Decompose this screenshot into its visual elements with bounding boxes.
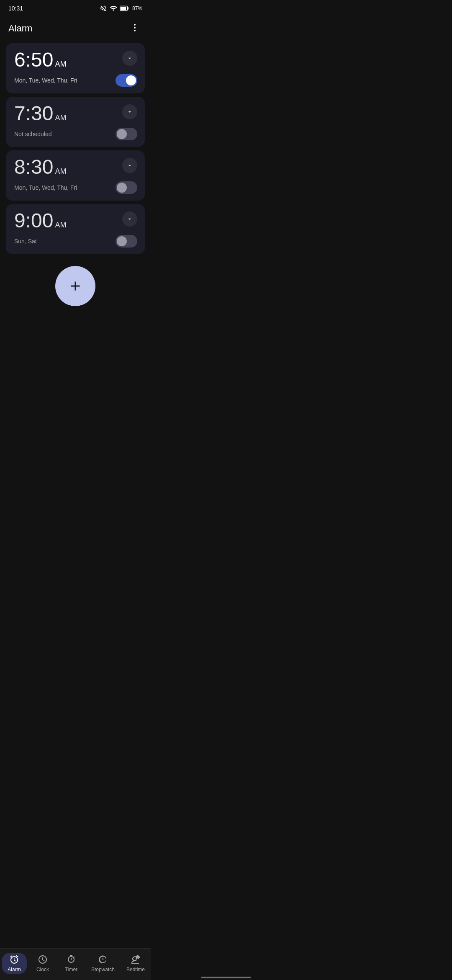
alarm-card-header-4: 9:00 AM <box>14 211 137 231</box>
svg-point-5 <box>134 30 136 31</box>
battery-icon <box>120 5 129 11</box>
alarm-expand-btn-2[interactable] <box>122 104 137 119</box>
alarm-toggle-track-4 <box>116 235 137 248</box>
alarm-time-value-2: 7:30 <box>14 103 53 124</box>
alarm-time-2: 7:30 AM <box>14 103 66 124</box>
alarm-days-4: Sun, Sat <box>14 238 37 245</box>
alarm-card-4: 9:00 AM Sun, Sat <box>6 204 145 254</box>
mute-icon <box>100 5 107 12</box>
alarm-footer-2: Not scheduled <box>14 128 137 140</box>
svg-point-3 <box>134 24 136 26</box>
alarm-time-3: 8:30 AM <box>14 157 66 177</box>
add-icon <box>68 279 83 294</box>
alarm-ampm-1: AM <box>55 60 66 69</box>
alarm-toggle-thumb-1 <box>126 75 136 85</box>
alarm-days-1: Mon, Tue, Wed, Thu, Fri <box>14 77 77 84</box>
app-title: Alarm <box>8 23 32 34</box>
alarm-toggle-track-3 <box>116 181 137 194</box>
svg-rect-1 <box>128 7 128 10</box>
status-time: 10:31 <box>8 5 23 12</box>
alarm-time-value-1: 6:50 <box>14 50 53 70</box>
alarm-days-3: Mon, Tue, Wed, Thu, Fri <box>14 184 77 191</box>
status-bar: 10:31 87% <box>0 0 151 15</box>
alarm-toggle-thumb-4 <box>117 236 127 246</box>
alarm-card-2: 7:30 AM Not scheduled <box>6 97 145 147</box>
chevron-down-icon-1 <box>126 55 133 62</box>
alarm-ampm-4: AM <box>55 221 66 230</box>
alarm-toggle-1[interactable] <box>116 74 137 87</box>
alarm-time-4: 9:00 AM <box>14 211 66 231</box>
alarm-ampm-2: AM <box>55 113 66 122</box>
svg-rect-2 <box>120 7 126 10</box>
alarm-toggle-track-2 <box>116 128 137 140</box>
alarm-expand-btn-1[interactable] <box>122 51 137 66</box>
more-vert-icon <box>130 23 140 33</box>
chevron-down-icon-3 <box>126 162 133 169</box>
alarm-footer-3: Mon, Tue, Wed, Thu, Fri <box>14 181 137 194</box>
alarm-toggle-4[interactable] <box>116 235 137 248</box>
alarm-card-header-3: 8:30 AM <box>14 157 137 177</box>
wifi-icon <box>110 5 117 12</box>
alarm-card-header-1: 6:50 AM <box>14 50 137 70</box>
alarm-toggle-thumb-2 <box>117 129 127 139</box>
alarm-expand-btn-3[interactable] <box>122 158 137 173</box>
alarm-time-1: 6:50 AM <box>14 50 66 70</box>
more-options-button[interactable] <box>127 20 142 36</box>
status-icons: 87% <box>100 5 142 12</box>
chevron-down-icon-4 <box>126 216 133 222</box>
alarm-card-1: 6:50 AM Mon, Tue, Wed, Thu, Fri <box>6 43 145 93</box>
alarm-footer-4: Sun, Sat <box>14 235 137 248</box>
alarm-toggle-2[interactable] <box>116 128 137 140</box>
alarm-footer-1: Mon, Tue, Wed, Thu, Fri <box>14 74 137 87</box>
chevron-down-icon-2 <box>126 108 133 115</box>
battery-percentage: 87% <box>132 5 142 11</box>
alarm-days-2: Not scheduled <box>14 131 52 137</box>
alarm-time-value-3: 8:30 <box>14 157 53 177</box>
svg-point-4 <box>134 27 136 28</box>
add-alarm-button[interactable] <box>55 266 95 306</box>
alarm-toggle-thumb-3 <box>117 183 127 193</box>
alarm-expand-btn-4[interactable] <box>122 211 137 227</box>
alarm-toggle-track-1 <box>116 74 137 87</box>
alarm-time-value-4: 9:00 <box>14 211 53 231</box>
alarm-card-3: 8:30 AM Mon, Tue, Wed, Thu, Fri <box>6 150 145 201</box>
fab-container <box>0 254 151 315</box>
main-content: 6:50 AM Mon, Tue, Wed, Thu, Fri <box>0 43 151 356</box>
alarm-ampm-3: AM <box>55 167 66 176</box>
alarm-card-header-2: 7:30 AM <box>14 103 137 124</box>
alarm-toggle-3[interactable] <box>116 181 137 194</box>
alarm-list: 6:50 AM Mon, Tue, Wed, Thu, Fri <box>0 43 151 254</box>
app-header: Alarm <box>0 15 151 43</box>
